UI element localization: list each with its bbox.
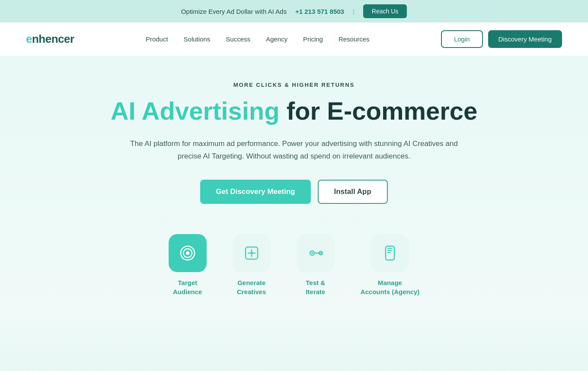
generate-creatives-icon-wrap [233,234,271,272]
nav-link-success[interactable]: Success [226,35,250,43]
svg-point-7 [311,252,313,254]
nav-link-agency[interactable]: Agency [266,35,288,43]
feature-target-audience: TargetAudience [169,234,207,296]
svg-rect-12 [387,250,393,251]
target-audience-icon-wrap [169,234,207,272]
hero-title: AI Advertising for E-commerce [111,97,478,126]
get-discovery-meeting-button[interactable]: Get Discovery Meeting [200,180,310,204]
svg-rect-11 [387,248,393,249]
banner-phone: +1 213 571 8503 [295,8,344,15]
hero-title-rest: for E-commerce [280,97,478,125]
nav-link-product[interactable]: Product [146,35,168,43]
generate-creatives-icon [242,244,261,263]
nav-link-solutions[interactable]: Solutions [184,35,211,43]
nav-link-pricing[interactable]: Pricing [303,35,323,43]
svg-point-2 [186,251,189,255]
install-app-button[interactable]: Install App [318,180,388,204]
logo[interactable]: enhencer [26,32,74,46]
navbar: enhencer Product Solutions Success Agenc… [0,22,588,56]
feature-generate-creatives: GenerateCreatives [233,234,271,296]
nav-item-product[interactable]: Product [146,35,168,43]
test-iterate-icon [306,244,325,263]
nav-item-agency[interactable]: Agency [266,35,288,43]
discovery-meeting-button[interactable]: Discovery Meeting [488,30,562,48]
bottom-area [0,314,588,371]
nav-item-resources[interactable]: Resources [339,35,370,43]
nav-item-success[interactable]: Success [226,35,250,43]
manage-accounts-label: ManageAccounts (Agency) [361,278,420,296]
hero-section: MORE CLICKS & HIGHER RETURNS AI Advertis… [0,56,588,314]
svg-rect-13 [387,252,391,253]
manage-accounts-icon-wrap [371,234,409,272]
feature-test-iterate: Test &Iterate [297,234,335,296]
manage-accounts-icon [380,244,399,263]
feature-manage-accounts: ManageAccounts (Agency) [361,234,420,296]
test-iterate-icon-wrap [297,234,335,272]
banner-separator: | [353,8,355,15]
features-row: TargetAudience GenerateCreatives [169,234,420,296]
hero-title-highlight: AI Advertising [111,97,280,125]
logo-text: enhencer [26,32,74,46]
top-banner: Optimize Every Ad Dollar with AI Ads +1 … [0,0,588,22]
target-icon [178,244,197,263]
login-button[interactable]: Login [441,30,483,48]
test-iterate-label: Test &Iterate [306,278,325,296]
nav-link-resources[interactable]: Resources [339,35,370,43]
generate-creatives-label: GenerateCreatives [237,278,266,296]
banner-text: Optimize Every Ad Dollar with AI Ads [181,8,287,15]
nav-item-pricing[interactable]: Pricing [303,35,323,43]
target-audience-label: TargetAudience [173,278,202,296]
hero-eyebrow: MORE CLICKS & HIGHER RETURNS [233,82,355,88]
hero-subtitle: The AI platform for maximum ad performan… [130,138,458,163]
nav-links: Product Solutions Success Agency Pricing… [146,35,370,43]
nav-actions: Login Discovery Meeting [441,30,562,48]
reach-us-button[interactable]: Reach Us [363,4,407,18]
cta-buttons: Get Discovery Meeting Install App [200,180,388,204]
nav-item-solutions[interactable]: Solutions [184,35,211,43]
